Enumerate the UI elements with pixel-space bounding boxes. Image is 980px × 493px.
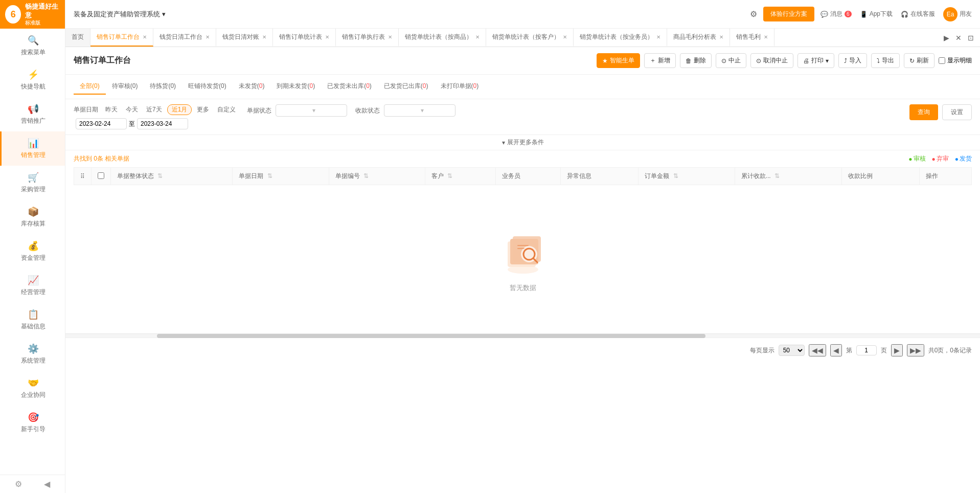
date-btn-today[interactable]: 今天: [123, 104, 141, 115]
first-page-btn[interactable]: ◀◀: [809, 344, 826, 356]
delete-btn[interactable]: 🗑 删除: [680, 53, 712, 68]
sidebar-item-purchase[interactable]: 🛒 采购管理: [0, 166, 65, 200]
filter-tab-all[interactable]: 全部(0): [74, 79, 106, 95]
sort-amount-icon[interactable]: ⇅: [673, 172, 678, 180]
tab-sales-stats[interactable]: 销售订单统计表 ✕: [273, 29, 336, 47]
tab-product-margin[interactable]: 商品毛利分析表 ✕: [667, 29, 730, 47]
filter-tab-not-printed[interactable]: 未打印单据(0): [435, 79, 485, 95]
tab-cash-reconcile[interactable]: 钱货日清对账 ✕: [216, 29, 273, 47]
filter-tab-shipped-out[interactable]: 已发货已出库(0): [378, 79, 435, 95]
show-detail-toggle[interactable]: 显示明细: [939, 56, 972, 65]
tab-sales-monthly-staff[interactable]: 销货单统计表（按业务员） ✕: [574, 29, 667, 47]
approve-btn[interactable]: ● 审核: [908, 154, 925, 163]
sort-status-icon[interactable]: ⇅: [157, 172, 163, 180]
online-service-btn[interactable]: 🎧 在线客服: [901, 10, 935, 18]
filter-tab-shipped-not-out[interactable]: 已发货未出库(0): [321, 79, 378, 95]
select-all-checkbox[interactable]: [98, 172, 104, 179]
scrollbar-thumb[interactable]: [157, 334, 705, 338]
filter-tab-not-shipped[interactable]: 未发货(0): [233, 79, 271, 95]
settings-bottom-icon[interactable]: ⚙: [15, 479, 22, 489]
tab-close-sales-profit[interactable]: ✕: [764, 34, 768, 40]
show-detail-checkbox[interactable]: [939, 57, 945, 64]
date-btn-7days[interactable]: 近7天: [143, 104, 165, 115]
receipt-select[interactable]: ▾: [384, 104, 455, 117]
next-page-btn[interactable]: ▶: [891, 344, 903, 356]
tab-sales-monthly-customer[interactable]: 销货单统计表（按客户） ✕: [486, 29, 574, 47]
tab-close-sales-exec[interactable]: ✕: [388, 34, 392, 40]
col-checkbox[interactable]: [92, 168, 111, 185]
reject-btn[interactable]: ● 弃审: [932, 154, 949, 163]
import-btn[interactable]: ⤴ 导入: [838, 53, 867, 68]
tab-home[interactable]: 首页: [65, 29, 90, 47]
tab-sales-profit[interactable]: 销售毛利 ✕: [730, 29, 774, 47]
message-btn[interactable]: 💬 消息 6: [821, 10, 852, 18]
date-btn-yesterday[interactable]: 昨天: [102, 104, 121, 115]
tab-cash-daily[interactable]: 钱货日清工作台 ✕: [153, 29, 216, 47]
tab-scroll-right-icon[interactable]: ▶: [942, 33, 951, 43]
filter-tab-expired-not-shipped[interactable]: 到期未发货(0): [270, 79, 321, 95]
refresh-btn[interactable]: ↻ 刷新: [904, 53, 935, 68]
tab-close-all-icon[interactable]: ✕: [953, 33, 964, 43]
collapse-icon[interactable]: ◀: [44, 479, 50, 489]
tab-close-monthly-staff[interactable]: ✕: [656, 34, 660, 40]
sort-date-icon[interactable]: ⇅: [267, 172, 272, 180]
sidebar-item-quick-nav[interactable]: ⚡ 快捷导航: [0, 63, 65, 97]
per-page-select[interactable]: 50 100 200: [779, 345, 805, 356]
sort-customer-icon[interactable]: ⇅: [447, 172, 452, 180]
cancel-stop-btn[interactable]: ⊙ 取消中止: [750, 53, 793, 68]
date-from-input[interactable]: [76, 118, 127, 129]
system-title-dropdown[interactable]: 装备及固定资产辅助管理系统 ▾: [74, 10, 744, 19]
date-btn-more[interactable]: 更多: [194, 104, 212, 115]
date-btn-custom[interactable]: 自定义: [214, 104, 239, 115]
filter-tab-pending-review[interactable]: 待审核(0): [106, 79, 144, 95]
ship-btn[interactable]: ● 发货: [955, 154, 972, 163]
tab-close-cash-daily[interactable]: ✕: [206, 34, 210, 40]
tab-close-product-margin[interactable]: ✕: [719, 34, 723, 40]
app-download-btn[interactable]: 📱 App下载: [860, 10, 893, 18]
tab-sales-monthly-product[interactable]: 销货单统计表（按商品） ✕: [399, 29, 486, 47]
sidebar-item-system[interactable]: ⚙️ 系统管理: [0, 337, 65, 371]
table-header: ⠿ 单据整体状态 ⇅ 单据日期: [74, 168, 972, 185]
tab-sales-order[interactable]: 销售订单工作台 ✕: [90, 29, 153, 47]
sort-received-icon[interactable]: ⇅: [774, 172, 780, 180]
date-btn-1month[interactable]: 近1月: [167, 104, 192, 115]
page-input[interactable]: [856, 345, 877, 355]
query-btn[interactable]: 查询: [909, 104, 938, 120]
tab-close-cash-reconcile[interactable]: ✕: [262, 34, 266, 40]
horizontal-scrollbar[interactable]: [65, 333, 980, 338]
new-btn[interactable]: ＋ 新增: [644, 53, 676, 68]
sidebar-item-marketing[interactable]: 📢 营销推广: [0, 97, 65, 131]
stop-btn[interactable]: ⊙ 中止: [716, 53, 746, 68]
sidebar-item-enterprise[interactable]: 🤝 企业协同: [0, 371, 65, 406]
filter-tab-pending-inspection[interactable]: 待拣货(0): [144, 79, 182, 95]
prev-page-btn[interactable]: ◀: [830, 344, 842, 356]
tab-close-sales-order[interactable]: ✕: [143, 34, 147, 40]
sidebar-item-inventory[interactable]: 📦 库存核算: [0, 200, 65, 234]
status-select[interactable]: ▾: [276, 104, 347, 117]
export-btn[interactable]: ⤵ 导出: [871, 53, 900, 68]
expand-conditions-row: ▾ 展开更多条件: [65, 135, 980, 150]
sidebar-item-finance[interactable]: 💰 资金管理: [0, 234, 65, 268]
sort-number-icon[interactable]: ⇅: [363, 172, 369, 180]
date-to-input[interactable]: [137, 118, 188, 129]
tab-close-monthly-customer[interactable]: ✕: [563, 34, 567, 40]
expand-conditions-btn[interactable]: ▾ 展开更多条件: [502, 138, 544, 147]
filter-tab-wangpu[interactable]: 旺铺待发货(0): [182, 79, 233, 95]
tab-close-sales-stats[interactable]: ✕: [325, 34, 329, 40]
sidebar-item-search[interactable]: 🔍 搜索菜单: [0, 29, 65, 63]
sidebar-item-sales[interactable]: 📊 销售管理: [0, 131, 65, 166]
sidebar-item-guide[interactable]: 🎯 新手引导: [0, 406, 65, 440]
header-right: 💬 消息 6 📱 App下载 🎧 在线客服 Ea 用友: [821, 7, 972, 21]
sidebar-item-operations[interactable]: 📈 经营管理: [0, 268, 65, 303]
print-btn[interactable]: 🖨 打印 ▾: [797, 53, 834, 68]
set-btn[interactable]: 设置: [942, 104, 972, 120]
ai-btn[interactable]: ★ 智能生单: [597, 53, 640, 68]
sidebar-item-basic-info[interactable]: 📋 基础信息: [0, 303, 65, 337]
last-page-btn[interactable]: ▶▶: [907, 344, 924, 356]
industry-btn[interactable]: 体验行业方案: [763, 7, 814, 21]
user-menu[interactable]: Ea 用友: [943, 7, 972, 21]
header-settings-icon[interactable]: ⚙: [750, 9, 757, 19]
tab-maximize-icon[interactable]: ⊡: [966, 33, 976, 43]
tab-sales-exec[interactable]: 销售订单执行表 ✕: [336, 29, 399, 47]
tab-close-monthly-product[interactable]: ✕: [475, 34, 480, 40]
